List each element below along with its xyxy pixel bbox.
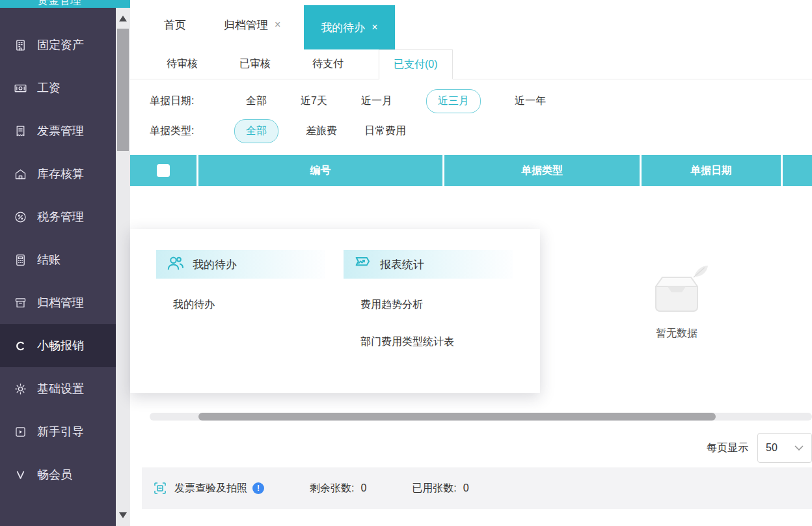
- sidebar-item-archive[interactable]: 归档管理: [0, 281, 116, 324]
- settings-gear-icon: [13, 381, 27, 396]
- empty-state-text: 暂无数据: [634, 327, 719, 340]
- close-icon[interactable]: ×: [275, 20, 280, 30]
- date-option-3m-selected[interactable]: 近三月: [426, 89, 481, 113]
- filter-date-row: 单据日期: 全部 近7天 近一月 近三月 近一年: [130, 86, 812, 116]
- type-option-all-selected[interactable]: 全部: [234, 119, 278, 143]
- menu-section-title: 报表统计: [380, 257, 424, 272]
- horizontal-scrollbar[interactable]: [150, 413, 812, 421]
- sidebar-item-label: 固定资产: [37, 37, 84, 53]
- popup-column-todo: 我的待办 我的待办: [156, 250, 325, 393]
- sidebar-item-label: 归档管理: [37, 295, 84, 311]
- archive-icon: [13, 296, 27, 310]
- scroll-down-icon[interactable]: [119, 512, 127, 518]
- tax-icon: [13, 210, 27, 224]
- sidebar-item-label: 基础设置: [37, 381, 84, 396]
- sidebar-item-tax[interactable]: 税务管理: [0, 195, 116, 238]
- sidebar-item-member[interactable]: 畅会员: [0, 453, 116, 496]
- sidebar-item-label: 工资: [37, 80, 61, 96]
- date-option-7d[interactable]: 近7天: [301, 94, 327, 108]
- column-header-doc-date: 单据日期: [642, 155, 781, 186]
- sidebar-item-label: 税务管理: [37, 209, 84, 225]
- sidebar-item-inventory[interactable]: 库存核算: [0, 152, 116, 195]
- sidebar-item-label: 新手引导: [37, 424, 84, 439]
- close-icon[interactable]: ×: [372, 22, 377, 33]
- reimburse-menu-popup: 我的待办 我的待办 报表统计 费用趋势分析 部门费用类型统计表: [130, 229, 540, 393]
- reimburse-icon: [13, 339, 27, 353]
- invoice-icon: [13, 124, 27, 138]
- app-window: 资金管理 固定资产 工资 发票管理 库存核算: [0, 0, 812, 526]
- sidebar-item-label: 资金管理: [37, 0, 81, 8]
- page-size-value: 50: [766, 442, 778, 454]
- tab-archive[interactable]: 归档管理 ×: [210, 18, 295, 33]
- sidebar-item-label: 发票管理: [37, 123, 84, 139]
- tab-home[interactable]: 首页: [150, 18, 200, 33]
- type-option-travel[interactable]: 差旅费: [306, 124, 337, 138]
- report-stats-icon: [353, 253, 372, 276]
- sidebar-item-label: 畅会员: [37, 467, 72, 482]
- column-header-doc-type: 单据类型: [444, 155, 640, 186]
- menu-item-expense-trend[interactable]: 费用趋势分析: [360, 298, 513, 312]
- tab-label: 首页: [164, 18, 186, 33]
- empty-state: 暂无数据: [634, 258, 719, 340]
- sidebar-item-funds[interactable]: 资金管理: [0, 0, 130, 8]
- tab-my-todo[interactable]: 我的待办 ×: [304, 5, 394, 49]
- todo-person-icon: [165, 253, 185, 276]
- date-option-1y[interactable]: 近一年: [515, 94, 546, 108]
- sidebar-item-salary[interactable]: 工资: [0, 66, 116, 109]
- subtab-pending-payment[interactable]: 待支付: [306, 49, 350, 79]
- filter-type-label: 单据类型:: [150, 124, 212, 138]
- pagination: 每页显示 50: [707, 432, 812, 464]
- menu-section-title: 我的待办: [193, 257, 237, 272]
- empty-box-icon: [638, 258, 716, 318]
- scroll-up-icon[interactable]: [119, 16, 127, 21]
- filter-type-row: 单据类型: 全部 差旅费 日常费用: [130, 116, 812, 146]
- page-size-select[interactable]: 50: [757, 433, 812, 463]
- info-icon[interactable]: !: [252, 482, 264, 494]
- sidebar-item-label: 结账: [37, 252, 61, 268]
- used-value: 0: [463, 482, 469, 493]
- sidebar-item-fixed-assets[interactable]: 固定资产: [0, 23, 116, 66]
- menu-item-my-todo[interactable]: 我的待办: [173, 298, 325, 312]
- subtab-pending-review[interactable]: 待审核: [160, 49, 204, 79]
- sidebar-item-settings[interactable]: 基础设置: [0, 367, 116, 410]
- footer-bar: 发票查验及拍照 ! 剩余张数:0 已用张数:0: [142, 467, 812, 509]
- remaining-count: 剩余张数:0: [310, 482, 366, 495]
- inventory-icon: [13, 167, 27, 181]
- invoice-scan-icon: [152, 480, 168, 496]
- column-header-extra: [783, 155, 812, 186]
- used-label: 已用张数:: [412, 482, 456, 493]
- fixed-assets-icon: [13, 38, 27, 52]
- horizontal-scrollbar-thumb[interactable]: [198, 413, 716, 421]
- date-option-all[interactable]: 全部: [246, 94, 267, 108]
- menu-section-report-stats[interactable]: 报表统计: [344, 250, 513, 279]
- sidebar-item-label: 小畅报销: [37, 338, 84, 353]
- salary-icon: [13, 81, 27, 95]
- remaining-value: 0: [360, 482, 366, 493]
- vertical-scrollbar[interactable]: [116, 0, 130, 526]
- used-count: 已用张数:0: [412, 482, 468, 495]
- tab-bar: 首页 归档管理 × 我的待办 ×: [130, 0, 812, 49]
- subtab-paid[interactable]: 已支付(0): [379, 49, 453, 79]
- sidebar: 固定资产 工资 发票管理 库存核算 税务管理: [0, 0, 116, 526]
- menu-section-my-todo[interactable]: 我的待办: [156, 250, 325, 279]
- sidebar-item-invoice[interactable]: 发票管理: [0, 109, 116, 152]
- tab-label: 我的待办: [321, 20, 365, 35]
- vertical-scrollbar-thumb[interactable]: [117, 29, 129, 151]
- chevron-down-icon: [794, 445, 804, 451]
- date-option-1m[interactable]: 近一月: [361, 94, 392, 108]
- subtab-reviewed[interactable]: 已审核: [233, 49, 277, 79]
- sidebar-item-closing[interactable]: 结账: [0, 238, 116, 281]
- column-header-number: 编号: [198, 155, 442, 186]
- menu-item-dept-expense-stats[interactable]: 部门费用类型统计表: [360, 335, 513, 349]
- subtab-bar: 待审核 已审核 待支付 已支付(0): [130, 49, 812, 79]
- select-all-checkbox[interactable]: [157, 164, 170, 177]
- sidebar-item-reimburse[interactable]: 小畅报销: [0, 324, 116, 367]
- sidebar-item-label: 库存核算: [37, 166, 84, 182]
- closing-icon: [13, 253, 27, 267]
- guide-play-icon: [13, 424, 27, 439]
- table-header: 编号 单据类型 单据日期: [130, 155, 812, 186]
- sidebar-item-guide[interactable]: 新手引导: [0, 410, 116, 453]
- remaining-label: 剩余张数:: [310, 482, 354, 493]
- invoice-check-label: 发票查验及拍照: [174, 482, 247, 495]
- type-option-daily[interactable]: 日常费用: [364, 124, 406, 138]
